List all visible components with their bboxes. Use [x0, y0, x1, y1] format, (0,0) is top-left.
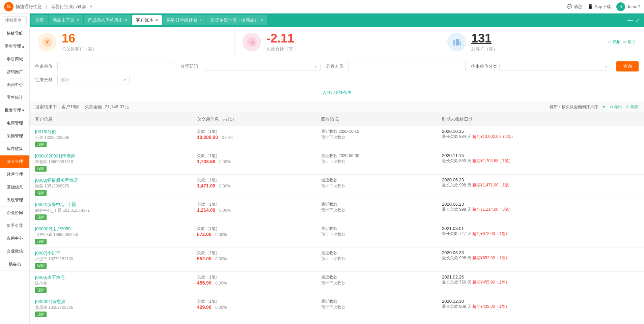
collapse-button[interactable]: ⋀ 收起更多条件: [323, 90, 351, 95]
last-collection: 最近收款: [321, 226, 431, 232]
overdue-days: 最长欠款 853 天: [442, 158, 472, 163]
overdue-days: 最长欠款 998 天: [442, 256, 472, 260]
sidebar-item-retail-mgmt[interactable]: 零售管理 ▲: [0, 40, 29, 53]
tab-close-icon[interactable]: ×: [261, 18, 263, 23]
debt-count: 欠款（1笔）: [197, 129, 310, 135]
sidebar-item-quick-nav[interactable]: 快捷导航: [0, 27, 29, 40]
tab-production-history[interactable]: 产成品入库单历史 ×: [84, 15, 131, 25]
tab-customer-account[interactable]: 客户账本 ×: [132, 15, 162, 25]
customer-tag: 现销: [35, 142, 47, 147]
last-collection: 最近收款: [321, 250, 431, 256]
chevron-down-icon: ▼: [314, 65, 317, 68]
sidebar-item-app-center[interactable]: 应用中心: [0, 232, 29, 245]
avatar: d: [616, 2, 625, 11]
customer-name-link[interactable]: [000002]用户2050: [35, 226, 186, 232]
overdue-amount-link[interactable]: 超期¥1,471.00（1笔）: [472, 183, 513, 187]
overdue-info: 最长欠款 853 天 超期¥1,703.68（1笔）: [442, 158, 639, 164]
sidebar-item-retail-stats[interactable]: 零售统计: [0, 91, 29, 104]
customer-phone: 用户2050 18665062050: [35, 232, 186, 238]
cell-due-date: 2021.02.26 最长欠款 750 天 超期¥455.90（1笔）: [437, 272, 644, 296]
unit-category-select[interactable]: ▼: [499, 63, 611, 70]
sidebar-item-label: 资金管理: [7, 159, 23, 164]
sidebar-item-member-center[interactable]: 会员中心: [0, 79, 29, 91]
tab-purchase-stats[interactable]: 进货单统计表（按商品） ×: [206, 15, 267, 25]
debt-amount: 10,000.00: [197, 135, 218, 140]
due-date: 2021.02.26: [442, 274, 639, 279]
dept-select[interactable]: ▼: [203, 63, 320, 70]
user-avatar[interactable]: d demo2: [616, 2, 640, 11]
sidebar-item-system-mgmt[interactable]: 系统管理: [0, 194, 29, 207]
sidebar-item-enterprise-wechat[interactable]: 企业微信: [0, 245, 29, 258]
sidebar-item-basic-info[interactable]: 基础信息: [0, 181, 29, 194]
tab-close-icon[interactable]: ×: [77, 18, 79, 23]
overdue-amount-link[interactable]: 超期¥10,000.00（1笔）: [472, 134, 515, 139]
minimize-icon[interactable]: —: [627, 17, 633, 24]
message-button[interactable]: 💬 消息: [567, 4, 582, 10]
export-button[interactable]: ⊙ 导出: [610, 104, 622, 110]
sidebar-item-ops-mgmt[interactable]: 经营管理: [0, 168, 29, 181]
overdue-amount-link[interactable]: 超期¥672.00（1笔）: [472, 231, 509, 236]
cell-debt-info: 欠款（1笔） 1,471.00 0.00%: [192, 175, 316, 199]
tab-product-shelf[interactable]: 商品上下架 ×: [49, 15, 83, 25]
tab-close-icon[interactable]: ×: [199, 18, 202, 23]
stat-actions: ⊙ 视频 ⊙ 帮助: [608, 39, 636, 45]
sidebar-item-marketing[interactable]: 营销推广: [0, 66, 29, 79]
stats-row: ¥ 16 总欠款客户（家） ◇: [30, 27, 644, 57]
customer-name-link[interactable]: [0006]去下粮仓: [35, 274, 186, 281]
debt-amount-row: 1,471.00 0.00%: [197, 183, 310, 188]
company-selector[interactable]: 母婴行业演示账套: [51, 4, 86, 10]
overdue-amount-link[interactable]: 超期¥429.00（1笔）: [472, 304, 509, 309]
help-btn[interactable]: ⊙ 帮助: [623, 39, 636, 45]
sidebar-item-retail-mall[interactable]: 零售商城: [0, 53, 29, 66]
data-table: 客户信息 欠交易信息（占比） 回收情况 到期未收款日期 [0016]吕俊 吕俊 …: [30, 113, 644, 320]
sidebar-item-purchase-mgmt[interactable]: 采购管理: [0, 130, 29, 143]
video-btn[interactable]: ⊙ 视频: [608, 39, 620, 45]
sidebar-item-label: 零售商城: [7, 57, 23, 61]
table-row: [0003]畅捷服务尹海蓝 海燕 18513066976 现销 欠款（1笔） 1…: [30, 175, 644, 199]
customer-name-link[interactable]: [0003]畅捷服务尹海蓝: [35, 177, 186, 183]
tab-close-icon[interactable]: ×: [125, 18, 127, 23]
col-customer-info: 客户信息: [30, 113, 192, 126]
overdue-amount-link[interactable]: 超期¥1,703.68（1笔）: [472, 158, 513, 163]
sidebar-item-ecommerce[interactable]: 电商管理: [0, 117, 29, 130]
overdue-amount-link[interactable]: 超期¥1,214.00（3笔）: [472, 207, 513, 212]
customer-name-link[interactable]: [0016]吕俊: [35, 129, 186, 135]
sidebar-item-vip-member[interactable]: 畅会员: [0, 258, 29, 271]
sidebar-item-batch-mgmt[interactable]: 批发管理 ▼: [0, 104, 29, 117]
sidebar-item-newbie-guide[interactable]: 新手引导: [0, 219, 29, 232]
sidebar-item-enterprise-collab[interactable]: 企业协同: [0, 207, 29, 219]
overdue-amount-link[interactable]: 超期¥652.00（1笔）: [472, 256, 509, 260]
search-button[interactable]: 查询: [616, 61, 639, 71]
customer-name-link[interactable]: [0007]小进干: [35, 250, 186, 256]
refresh-button[interactable]: ⊙ 刷新: [626, 104, 639, 110]
stat-total-label: 总客户（家）: [471, 46, 498, 52]
from-unit-input[interactable]: ...: [57, 62, 175, 71]
customer-phone: 李老师 18600391516: [35, 159, 186, 165]
balance-select[interactable]: 选择... ▼: [57, 75, 130, 85]
customer-name-link[interactable]: [0001020001]李老师: [35, 153, 186, 159]
sidebar-item-inventory[interactable]: 库存核算: [0, 143, 29, 155]
cell-collection: 最近收款 预计下次收款: [316, 247, 437, 272]
col-due-date: 到期未收款日期: [437, 113, 644, 126]
person-input[interactable]: ...: [348, 62, 466, 71]
customer-name-link[interactable]: [000001]黄思源: [35, 299, 186, 305]
sidebar-item-label: 企业协同: [7, 210, 23, 215]
cell-collection: 最近收款 预计下次收款: [316, 223, 437, 247]
tab-purchase-order[interactable]: 采购订单统计表 ×: [163, 15, 206, 25]
maximize-icon[interactable]: ⤢: [636, 17, 640, 24]
top-bar-left: 畅 畅捷通好生意 | 母婴行业演示账套 ▼: [4, 2, 93, 11]
app-download-button[interactable]: 📱 App下载: [588, 4, 611, 10]
overdue-info: 最长欠款 998 天 超期¥652.00（1笔）: [442, 255, 639, 261]
debt-amount-row: 455.90 0.00%: [197, 280, 310, 286]
tab-home[interactable]: 首页: [31, 15, 48, 25]
cell-collection: 最近收款 预计下次收款: [316, 272, 437, 296]
customer-name-link[interactable]: [0002]服务中心_丁磊: [35, 202, 186, 208]
debt-amount-row: 1,214.00 0.00%: [197, 207, 310, 213]
svg-text:¥: ¥: [45, 39, 49, 45]
cell-due-date: 2020.06.23 最长欠款 998 天 超期¥652.00（1笔）: [437, 247, 644, 272]
sidebar-item-capital-mgmt[interactable]: 资金管理: [0, 155, 29, 168]
search-input[interactable]: [3, 16, 27, 24]
overdue-amount-link[interactable]: 超期¥455.90（1笔）: [472, 280, 509, 285]
tab-close-icon[interactable]: ×: [156, 18, 158, 23]
debt-amount: 429.00: [197, 304, 212, 310]
